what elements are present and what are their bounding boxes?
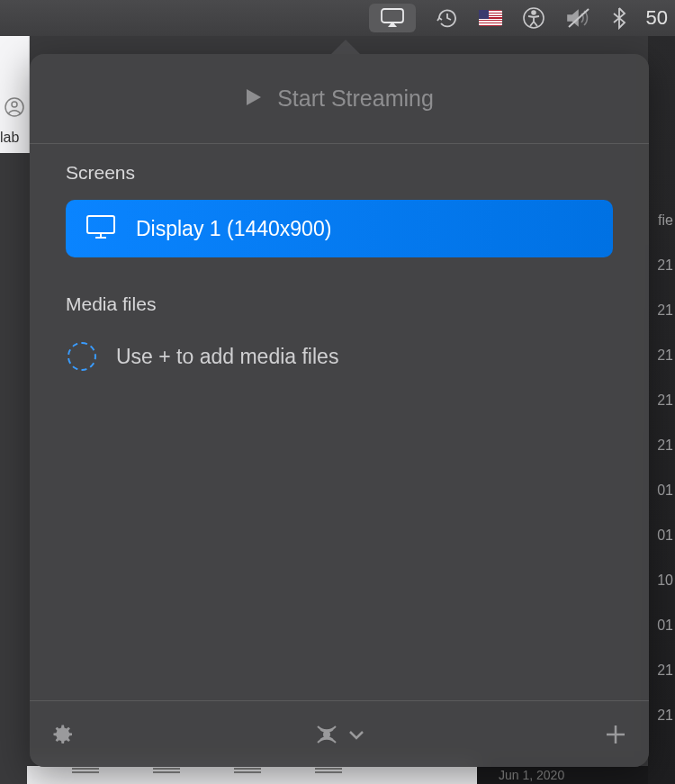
profile-icon <box>4 97 24 121</box>
background-bottom-right: Jun 1, 2020 <box>477 766 648 784</box>
start-streaming-label: Start Streaming <box>277 86 434 112</box>
menubar-bluetooth-icon[interactable] <box>612 0 626 36</box>
bg-row: 01 <box>648 513 675 558</box>
column-handle-icon <box>72 768 99 773</box>
menubar-airplay-icon[interactable] <box>369 4 416 32</box>
background-label-fragment: lab <box>0 130 27 146</box>
bg-row: 01 <box>648 468 675 513</box>
svg-point-4 <box>12 102 17 107</box>
monitor-icon <box>86 213 116 244</box>
bg-row: 21 <box>648 423 675 468</box>
bg-row: 21 <box>648 378 675 423</box>
column-handle-icon <box>153 768 180 773</box>
popover-footer <box>30 700 649 767</box>
chevron-down-icon[interactable] <box>348 729 364 740</box>
menubar-accessibility-icon[interactable] <box>522 0 545 36</box>
media-section-label: Media files <box>66 293 613 315</box>
svg-point-2 <box>532 11 536 14</box>
background-bottom-left <box>27 766 477 784</box>
column-handle-icon <box>315 768 342 773</box>
bg-row: 10 <box>648 558 675 603</box>
bg-row: 21 <box>648 648 675 693</box>
background-window-right: fie 21 21 21 21 21 01 01 10 01 21 21 <box>648 36 675 784</box>
background-window-left: lab <box>0 36 30 153</box>
start-streaming-button[interactable]: Start Streaming <box>30 54 649 144</box>
popover-body: Screens Display 1 (1440x900) Media files… <box>30 144 649 700</box>
add-media-button[interactable] <box>604 723 627 746</box>
bg-row: 21 <box>648 333 675 378</box>
bg-row: 21 <box>648 288 675 333</box>
svg-rect-5 <box>87 216 114 233</box>
screens-section-label: Screens <box>66 162 613 184</box>
streaming-popover: Start Streaming Screens Display 1 (1440x… <box>30 54 649 767</box>
settings-button[interactable] <box>51 723 75 746</box>
svg-rect-0 <box>382 9 403 23</box>
svg-point-6 <box>324 732 329 737</box>
menubar-input-flag-icon[interactable] <box>479 0 502 36</box>
bg-row: 01 <box>648 603 675 648</box>
dashed-circle-icon <box>68 342 96 371</box>
media-placeholder: Use + to add media files <box>66 331 613 382</box>
play-icon <box>245 87 263 111</box>
bg-row: 21 <box>648 693 675 738</box>
popover-arrow <box>331 40 360 54</box>
menubar-clock-fragment: 50 <box>646 0 668 36</box>
bg-row: 21 <box>648 243 675 288</box>
menubar-volume-muted-icon[interactable] <box>565 0 592 36</box>
display-item-label: Display 1 (1440x900) <box>136 217 331 241</box>
menubar-timemachine-icon[interactable] <box>436 0 459 36</box>
cast-target-button[interactable] <box>314 722 339 747</box>
column-handle-icon <box>234 768 261 773</box>
menu-bar: 50 <box>0 0 675 36</box>
media-placeholder-text: Use + to add media files <box>116 345 338 369</box>
display-item[interactable]: Display 1 (1440x900) <box>66 200 613 257</box>
bg-row: fie <box>648 198 675 243</box>
